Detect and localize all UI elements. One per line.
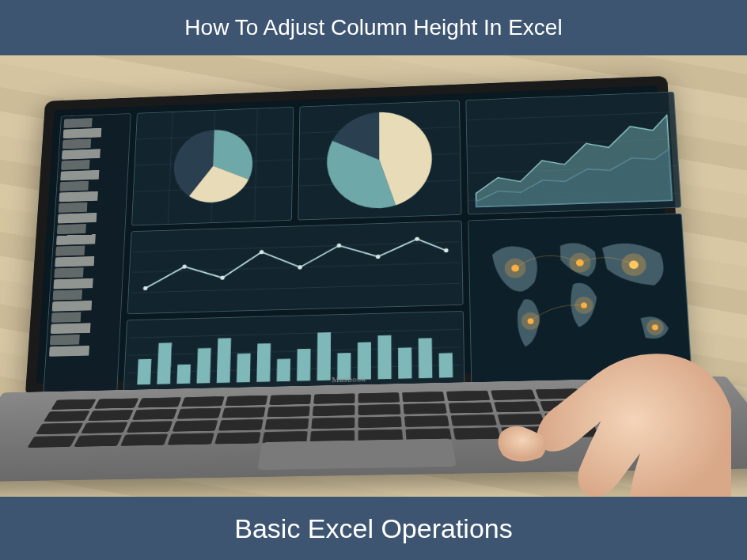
key [586,399,635,411]
key [403,403,446,414]
svg-line-5 [255,109,257,221]
key [501,426,550,439]
footer-banner: Basic Excel Operations [0,497,747,560]
list-item [61,158,125,170]
svg-point-22 [376,255,381,259]
list-item [56,233,122,245]
key [597,425,649,437]
key [36,423,84,435]
key [535,388,581,399]
large-pie-chart [298,100,461,221]
laptop: Musbook [17,74,743,497]
list-item [57,223,122,235]
svg-rect-54 [398,347,411,379]
dashboard-sidebar-list [43,113,131,393]
laptop-screen-bezel: Musbook [25,76,686,394]
key [540,400,587,411]
svg-point-16 [143,286,148,290]
key [181,396,225,407]
list-item [55,255,120,267]
key [402,392,445,403]
line-chart [127,221,464,315]
key [214,432,260,444]
key [358,416,402,428]
key [269,395,311,406]
keyboard [27,387,700,448]
key [404,415,449,427]
list-item [59,201,123,213]
key [127,421,173,433]
list-item [60,169,125,181]
key [138,397,182,407]
svg-point-21 [337,244,342,248]
svg-line-3 [168,112,173,224]
svg-rect-53 [377,335,391,380]
key [81,422,128,433]
svg-rect-45 [217,338,231,383]
key [132,409,177,420]
svg-line-15 [131,283,460,293]
key [647,423,700,436]
key [44,411,90,422]
key [313,405,355,416]
list-item [59,191,123,202]
key [51,399,96,409]
list-item [52,300,119,312]
key [311,417,355,429]
key [167,433,214,445]
svg-line-13 [133,242,460,252]
svg-rect-47 [256,343,271,382]
key [446,391,491,402]
key [497,414,544,426]
svg-point-17 [182,264,187,268]
list-item [59,180,124,191]
laptop-keyboard-deck [0,376,747,482]
svg-point-23 [415,236,419,240]
world-map [468,214,692,384]
svg-line-9 [467,112,674,120]
svg-rect-50 [317,332,332,380]
key [94,398,139,408]
key [639,411,691,422]
header-banner: How To Adjust Column Height In Excel [0,0,747,55]
key [27,436,76,448]
key [264,418,309,430]
list-item [53,289,119,301]
key [358,392,400,403]
key [625,387,673,398]
key [449,402,494,413]
bar-chart [123,311,465,392]
footer-title: Basic Excel Operations [234,513,513,544]
svg-rect-41 [137,359,151,385]
svg-rect-43 [176,365,191,384]
svg-rect-42 [157,342,172,384]
key [544,412,593,424]
key [450,414,497,426]
hero-photo: Musbook [0,55,747,497]
svg-rect-46 [237,354,251,383]
key [549,426,600,438]
key [580,388,628,399]
area-chart [465,92,681,215]
key [358,404,401,415]
svg-rect-56 [439,353,453,377]
key [120,433,168,445]
trackpad [257,438,457,470]
key [453,427,501,440]
key [591,411,641,423]
list-item [55,244,121,256]
svg-point-20 [298,265,302,269]
key [173,420,218,432]
list-item [63,116,127,128]
svg-point-18 [220,276,225,280]
svg-point-19 [260,250,264,254]
key [494,401,540,412]
list-item [51,311,118,323]
list-item [53,278,119,289]
key [313,393,355,404]
laptop-brand-label: Musbook [332,374,366,384]
key [74,435,122,447]
svg-rect-48 [277,359,290,382]
svg-point-24 [444,248,449,252]
list-item [49,345,116,357]
